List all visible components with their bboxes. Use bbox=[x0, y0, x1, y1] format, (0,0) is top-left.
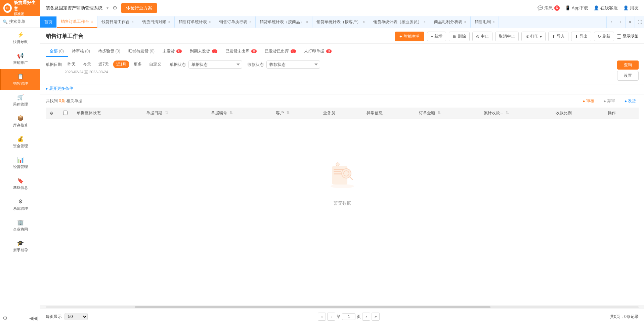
stop-btn[interactable]: ⊘ 中止 bbox=[472, 32, 492, 41]
first-page-btn[interactable]: « bbox=[318, 313, 326, 321]
settings-bottom-btn[interactable]: ⚙ bbox=[3, 315, 7, 321]
subtab-pending-review[interactable]: 待审核 (0) bbox=[68, 46, 94, 57]
horizontal-scrollbar[interactable] bbox=[40, 305, 644, 309]
tab-close-icon[interactable]: × bbox=[464, 20, 466, 24]
user-menu[interactable]: 👤 用友 bbox=[623, 5, 639, 11]
tab-sales-order-workspace[interactable]: 销售订单工作台 × bbox=[57, 16, 97, 28]
sidebar-item-finance[interactable]: 💰 资金管理 bbox=[0, 132, 40, 153]
subtab-shipped-warehoused[interactable]: 已发货已出库 0 bbox=[261, 46, 300, 57]
last-page-btn[interactable]: » bbox=[372, 313, 380, 321]
tab-sales-stats-product[interactable]: 销货单统计表（按商品） × bbox=[256, 16, 312, 28]
prev-page-btn[interactable]: ‹ bbox=[327, 313, 335, 321]
select-all-checkbox[interactable] bbox=[63, 111, 68, 115]
filter-today-btn[interactable]: 今天 bbox=[80, 60, 94, 68]
tab-cash-goods-reconcile[interactable]: 钱货日清对账 × bbox=[138, 16, 175, 28]
industry-solution-btn[interactable]: 体验行业方案 bbox=[121, 3, 157, 13]
tab-close-icon[interactable]: × bbox=[363, 20, 365, 24]
smart-order-btn[interactable]: ✦ 智能生单 bbox=[395, 32, 424, 41]
sidebar-item-purchase[interactable]: 🛒 采购管理 bbox=[0, 90, 40, 111]
add-btn[interactable]: + 新增 bbox=[427, 32, 446, 41]
col-date[interactable]: 单据日期 ⇅ bbox=[142, 108, 207, 119]
col-number[interactable]: 单据编号 ⇅ bbox=[207, 108, 272, 119]
subtab-wangpu[interactable]: 旺铺待发货 (0) bbox=[124, 46, 159, 57]
subtab-all[interactable]: 全部 (0) bbox=[46, 46, 68, 57]
query-btn[interactable]: 查询 bbox=[617, 60, 639, 70]
delete-btn[interactable]: 🗑 删除 bbox=[449, 32, 470, 41]
batch-cancel-audit-btn[interactable]: ● 弃审 bbox=[601, 97, 618, 105]
subtab-shipped-not-warehoused[interactable]: 已发货未出库 0 bbox=[221, 46, 261, 57]
tab-sales-order-stats[interactable]: 销售订单统计表 × bbox=[175, 16, 215, 28]
sidebar-item-marketing[interactable]: 📢 营销推广 bbox=[0, 48, 40, 69]
tab-scroll-left-btn[interactable]: ‹ bbox=[606, 16, 616, 28]
tab-cash-daily[interactable]: 钱货日清工作台 × bbox=[97, 16, 138, 28]
collapse-sidebar-btn[interactable]: ◀◀ bbox=[29, 315, 37, 321]
app-download-action[interactable]: 📱 App下载 bbox=[565, 5, 588, 11]
col-amount[interactable]: 订单金额 ⇅ bbox=[415, 108, 480, 119]
batch-ship-btn[interactable]: ● 发货 bbox=[622, 97, 639, 105]
filter-7days-btn[interactable]: 近7天 bbox=[95, 60, 112, 68]
col-customer[interactable]: 客户 ⇅ bbox=[272, 108, 319, 119]
tab-sales-stats-customer[interactable]: 销货单统计表（按客户） × bbox=[312, 16, 369, 28]
print-btn[interactable]: 🖨 打印 ▾ bbox=[521, 32, 546, 41]
tab-fullscreen-btn[interactable]: ⛶ bbox=[635, 16, 644, 28]
col-collected[interactable]: 累计收款... ⇅ bbox=[480, 108, 552, 119]
sidebar-item-basicinfo[interactable]: 🔖 基础信息 bbox=[0, 173, 40, 194]
col-checkbox[interactable] bbox=[59, 108, 73, 119]
show-detail-label[interactable]: 显示明细 bbox=[617, 34, 639, 39]
import-btn[interactable]: ⬆ 导入 bbox=[548, 32, 568, 41]
gear-icon[interactable]: ⚙ bbox=[113, 5, 117, 11]
status-filter-select[interactable]: 单据状态 bbox=[188, 60, 242, 69]
filter-yesterday-btn[interactable]: 昨天 bbox=[65, 60, 79, 68]
refresh-btn[interactable]: ↻ 刷新 bbox=[594, 32, 614, 41]
search-menu-item[interactable]: 🔍 搜索菜单 bbox=[0, 16, 40, 28]
tab-product-gross[interactable]: 商品毛利分析表 × bbox=[430, 16, 471, 28]
sidebar-item-sales[interactable]: 📋 销售管理 bbox=[0, 69, 40, 90]
filter-custom-btn[interactable]: 自定义 bbox=[146, 60, 164, 68]
subtab-pending-inspection[interactable]: 待拣验货 (0) bbox=[94, 46, 124, 57]
tab-close-icon[interactable]: × bbox=[424, 20, 426, 24]
tab-close-icon[interactable]: × bbox=[132, 20, 134, 24]
col-amount-sort-icon: ⇅ bbox=[437, 111, 441, 115]
tab-sales-order-execute[interactable]: 销售订单执行表 × bbox=[215, 16, 256, 28]
tab-close-all-btn[interactable]: × bbox=[625, 16, 635, 28]
payment-filter-select[interactable]: 收款状态 bbox=[266, 60, 320, 69]
filter-setting-btn[interactable]: 设置 bbox=[617, 71, 639, 81]
tab-scroll-right-btn[interactable]: › bbox=[616, 16, 625, 28]
subtab-not-shipped[interactable]: 未发货 0 bbox=[159, 46, 186, 57]
sidebar-item-operations[interactable]: 📊 经营管理 bbox=[0, 153, 40, 173]
expand-filter-btn[interactable]: ▾ 展开更多条件 bbox=[46, 86, 639, 91]
tab-close-icon[interactable]: × bbox=[91, 20, 93, 24]
sidebar-item-inventory[interactable]: 📦 库存核算 bbox=[0, 111, 40, 132]
message-action[interactable]: 💬 消息 6 bbox=[538, 5, 560, 11]
next-page-btn[interactable]: › bbox=[362, 313, 370, 321]
tab-sales-stats-staff[interactable]: 销货单统计表（按业务员） × bbox=[369, 16, 430, 28]
per-page-select[interactable]: 50 10 20 100 bbox=[65, 313, 88, 320]
page-input[interactable] bbox=[342, 313, 355, 320]
tab-close-icon[interactable]: × bbox=[249, 20, 251, 24]
filter-more-btn[interactable]: 更多 bbox=[131, 60, 145, 68]
tab-sales-gross[interactable]: 销售毛利 × bbox=[471, 16, 499, 28]
sidebar-item-newguide[interactable]: 🎓 新手引导 bbox=[0, 236, 40, 257]
tab-home[interactable]: 首页 bbox=[40, 16, 57, 28]
tab-close-icon[interactable]: × bbox=[168, 20, 170, 24]
show-detail-checkbox[interactable] bbox=[617, 34, 621, 39]
tab-close-icon[interactable]: × bbox=[493, 20, 495, 24]
tab-home-label: 首页 bbox=[44, 19, 52, 25]
col-config[interactable]: ⚙ bbox=[46, 108, 59, 119]
cancel-stop-btn[interactable]: 取消中止 bbox=[495, 32, 519, 41]
filter-1month-btn[interactable]: 近1月 bbox=[113, 60, 130, 68]
online-service-action[interactable]: 👤 在线客服 bbox=[594, 5, 618, 11]
sidebar-item-enterprise[interactable]: 🏢 企业协同 bbox=[0, 215, 40, 236]
subtab-not-printed[interactable]: 未打印单据 0 bbox=[300, 46, 335, 57]
scroll-thumb[interactable] bbox=[135, 306, 490, 308]
tab-close-icon[interactable]: × bbox=[306, 20, 308, 24]
tab-close-icon[interactable]: × bbox=[209, 20, 211, 24]
sidebar-item-quicknav[interactable]: ⚡ 快捷导航 bbox=[0, 28, 40, 48]
batch-audit-btn[interactable]: ● 审核 bbox=[580, 97, 597, 105]
export-btn[interactable]: ⬇ 导出 bbox=[571, 32, 591, 41]
subtab-overdue-not-shipped[interactable]: 到期未发货 0 bbox=[186, 46, 221, 57]
system-title-dropdown[interactable]: ▾ bbox=[106, 6, 109, 10]
sidebar-item-system[interactable]: ⚙ 系统管理 bbox=[0, 194, 40, 215]
expand-icon: ▾ bbox=[46, 86, 48, 91]
col-date-label: 单据日期 bbox=[146, 111, 162, 115]
